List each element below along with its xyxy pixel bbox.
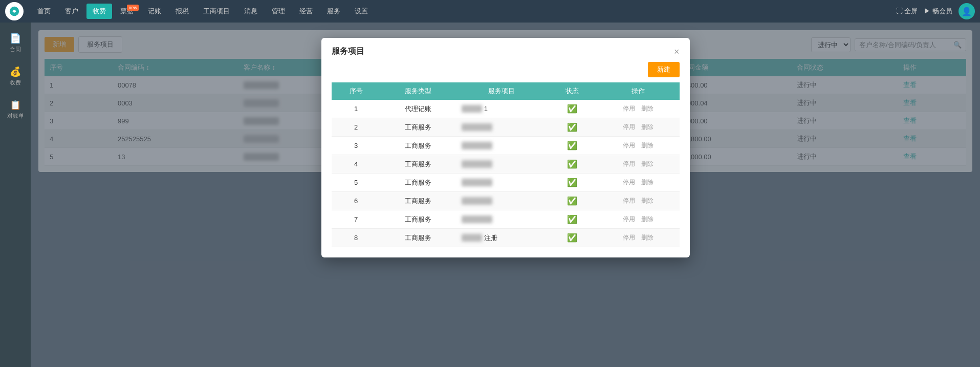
modal-col-type: 服务类型 [381, 82, 455, 100]
sidebar-item-reconciliation[interactable]: 📋 对账单 [2, 94, 29, 125]
modal-cell-action[interactable]: 停用 删除 [597, 118, 679, 137]
disable-button[interactable]: 停用 [623, 197, 635, 204]
disable-button[interactable]: 停用 [623, 105, 635, 112]
modal-cell-action[interactable]: 停用 删除 [597, 100, 679, 118]
sidebar-item-fee[interactable]: 💰 收费 [2, 61, 29, 92]
modal-cell-item [455, 118, 548, 137]
status-check-icon: ✅ [567, 123, 577, 132]
modal-cell-item [455, 155, 548, 174]
disable-button[interactable]: 停用 [623, 234, 635, 241]
delete-button[interactable]: 删除 [641, 215, 654, 223]
modal-col-status: 状态 [548, 82, 597, 100]
modal-cell-type: 工商服务 [381, 137, 455, 155]
modal-cell-seq: 1 [332, 100, 381, 118]
modal-cell-item: 1 [455, 100, 548, 118]
list-item: 1 代理记账 1 ✅ 停用 删除 [332, 100, 680, 118]
modal-cell-seq: 3 [332, 137, 381, 155]
top-navigation: 首页 客户 收费 票据 new 记账 报税 工商项目 消息 管理 经营 服务 设… [0, 0, 980, 23]
modal-cell-type: 工商服务 [381, 210, 455, 229]
modal-cell-seq: 2 [332, 118, 381, 137]
main-layout: 📄 合同 💰 收费 📋 对账单 新增 服务项目 进行中 已完成 已终止 [0, 23, 980, 367]
status-check-icon: ✅ [567, 141, 577, 150]
list-item: 2 工商服务 ✅ 停用 删除 [332, 118, 680, 137]
disable-button[interactable]: 停用 [623, 215, 635, 223]
disable-button[interactable]: 停用 [623, 160, 635, 167]
reconciliation-icon: 📋 [10, 99, 21, 111]
nav-item-bookkeeping[interactable]: 记账 [142, 4, 167, 19]
modal-cell-action[interactable]: 停用 删除 [597, 229, 679, 247]
fullscreen-button[interactable]: ⛶ 全屏 [896, 7, 918, 16]
nav-item-industry[interactable]: 工商项目 [197, 4, 236, 19]
delete-button[interactable]: 删除 [641, 234, 654, 241]
disable-button[interactable]: 停用 [623, 179, 635, 186]
sidebar: 📄 合同 💰 收费 📋 对账单 [0, 23, 31, 367]
status-check-icon: ✅ [567, 104, 577, 113]
list-item: 7 工商服务 ✅ 停用 删除 [332, 210, 680, 229]
modal-cell-item [455, 174, 548, 192]
sidebar-item-contract-label: 合同 [10, 46, 21, 53]
modal-cell-type: 工商服务 [381, 192, 455, 210]
modal-cell-action[interactable]: 停用 删除 [597, 155, 679, 174]
disable-button[interactable]: 停用 [623, 142, 635, 149]
nav-item-service[interactable]: 服务 [321, 4, 346, 19]
nav-item-invoice[interactable]: 票据 new [114, 4, 140, 19]
modal-cell-status: ✅ [548, 137, 597, 155]
delete-button[interactable]: 删除 [641, 179, 654, 186]
member-button[interactable]: ▶ 畅会员 [924, 7, 952, 16]
modal-col-item: 服务项目 [455, 82, 548, 100]
nav-item-message[interactable]: 消息 [238, 4, 264, 19]
status-check-icon: ✅ [567, 233, 577, 242]
delete-button[interactable]: 删除 [641, 105, 654, 112]
modal-cell-status: ✅ [548, 192, 597, 210]
modal-toolbar: 新建 [321, 62, 690, 82]
list-item: 6 工商服务 ✅ 停用 删除 [332, 192, 680, 210]
nav-item-customer[interactable]: 客户 [59, 4, 84, 19]
nav-item-tax[interactable]: 报税 [169, 4, 195, 19]
modal-cell-item [455, 210, 548, 229]
sidebar-item-contract[interactable]: 📄 合同 [2, 28, 29, 58]
nav-item-home[interactable]: 首页 [31, 4, 57, 19]
nav-item-settings[interactable]: 设置 [349, 4, 374, 19]
modal-cell-status: ✅ [548, 174, 597, 192]
delete-button[interactable]: 删除 [641, 123, 654, 131]
modal-cell-item: 注册 [455, 229, 548, 247]
contract-icon: 📄 [10, 33, 21, 44]
main-content: 新增 服务项目 进行中 已完成 已终止 🔍 [31, 23, 980, 367]
new-badge: new [127, 5, 139, 11]
modal-cell-action[interactable]: 停用 删除 [597, 210, 679, 229]
delete-button[interactable]: 删除 [641, 160, 654, 167]
nav-item-fee[interactable]: 收费 [86, 4, 112, 19]
service-item-modal: 服务项目 × 新建 序号 服务类型 服务项目 状态 [321, 38, 690, 257]
avatar[interactable]: 👤 [959, 3, 975, 19]
modal-col-action: 操作 [597, 82, 679, 100]
modal-new-button[interactable]: 新建 [648, 62, 680, 77]
service-items-table: 序号 服务类型 服务项目 状态 操作 1 代理记账 1 ✅ 停用 删除 [332, 82, 680, 247]
status-check-icon: ✅ [567, 197, 577, 205]
nav-item-manage[interactable]: 管理 [266, 4, 291, 19]
modal-title: 服务项目 [332, 46, 364, 57]
sidebar-item-fee-label: 收费 [10, 79, 21, 87]
list-item: 3 工商服务 ✅ 停用 删除 [332, 137, 680, 155]
status-check-icon: ✅ [567, 160, 577, 168]
modal-cell-seq: 8 [332, 229, 381, 247]
disable-button[interactable]: 停用 [623, 123, 635, 131]
nav-item-operation[interactable]: 经营 [293, 4, 319, 19]
sidebar-item-reconciliation-label: 对账单 [7, 112, 24, 120]
delete-button[interactable]: 删除 [641, 197, 654, 204]
status-check-icon: ✅ [567, 215, 577, 224]
modal-cell-action[interactable]: 停用 删除 [597, 137, 679, 155]
modal-cell-action[interactable]: 停用 删除 [597, 174, 679, 192]
list-item: 8 工商服务 注册 ✅ 停用 删除 [332, 229, 680, 247]
modal-cell-action[interactable]: 停用 删除 [597, 192, 679, 210]
modal-cell-status: ✅ [548, 118, 597, 137]
modal-cell-item [455, 192, 548, 210]
modal-cell-type: 工商服务 [381, 155, 455, 174]
nav-menu: 首页 客户 收费 票据 new 记账 报税 工商项目 消息 管理 经营 服务 设… [31, 4, 896, 19]
modal-cell-item [455, 137, 548, 155]
delete-button[interactable]: 删除 [641, 142, 654, 149]
modal-close-button[interactable]: × [674, 47, 680, 56]
modal-body: 序号 服务类型 服务项目 状态 操作 1 代理记账 1 ✅ 停用 删除 [321, 82, 690, 257]
modal-cell-seq: 7 [332, 210, 381, 229]
modal-header: 服务项目 × [321, 38, 690, 62]
modal-cell-seq: 5 [332, 174, 381, 192]
